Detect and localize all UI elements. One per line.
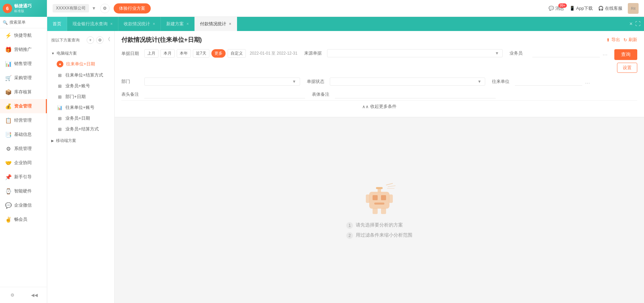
svg-rect-2 — [381, 195, 386, 200]
hardware-icon: ⌚ — [5, 188, 11, 194]
quick-nav-icon: ⚡ — [5, 32, 11, 38]
company-selector[interactable]: XXXXX有限公司 ▼ — [53, 4, 96, 12]
voucher-status-select[interactable]: ▼ — [330, 78, 486, 86]
sidebar-item-quick-nav[interactable]: ⚡ 快捷导航 — [0, 28, 47, 42]
refresh-btn[interactable]: ↻ 刷新 — [623, 37, 637, 43]
company-dropdown-icon[interactable]: ▼ — [92, 6, 96, 11]
mobile-scheme-section: ▶ 移动端方案 — [47, 136, 114, 146]
last-month-btn[interactable]: 上月 — [144, 49, 158, 58]
query-btn[interactable]: 查询 — [614, 49, 637, 60]
last-7days-btn[interactable]: 近7天 — [193, 49, 209, 58]
finance-icon: 💰 — [5, 103, 11, 109]
sidebar-item-system[interactable]: ⚙ 系统管理 — [0, 142, 47, 156]
desktop-section-title[interactable]: ▼ 电脑端方案 — [47, 49, 114, 58]
collapse-up-icon: ∧∧ — [362, 104, 369, 109]
svg-rect-8 — [373, 208, 378, 214]
topbar-settings-btn[interactable]: ⚙ — [100, 4, 110, 13]
sidebar-item-purchase[interactable]: 🛒 采购管理 — [0, 71, 47, 85]
dept-select[interactable]: ▼ — [144, 78, 300, 86]
table-head-note-input[interactable] — [144, 90, 305, 98]
tab-payment-stat-close[interactable]: × — [229, 22, 231, 26]
salesman-date-icon: ⊞ — [57, 115, 63, 121]
app-download-btn[interactable]: 📱 App下载 — [569, 5, 593, 11]
this-month-btn[interactable]: 本月 — [160, 49, 175, 58]
tab-collection-stat-close[interactable]: × — [153, 22, 155, 26]
sidebar-settings-btn[interactable]: ⚙ — [3, 291, 22, 300]
svg-rect-3 — [374, 203, 384, 205]
topbar: XXXXX有限公司 ▼ ⚙ 体验行业方案 💬 消息 99+ 📱 App下载 🎧 … — [47, 0, 644, 17]
sidebar-item-wechat[interactable]: 💬 企业微信 — [0, 198, 47, 212]
scheme-item-dept-date[interactable]: ⊞ 部门+日期 — [47, 91, 114, 102]
scheme-collapse-btn[interactable]: 《 — [106, 36, 110, 44]
purchase-icon: 🛒 — [5, 75, 11, 81]
source-voucher-label: 来源单据 — [304, 50, 324, 56]
export-btn[interactable]: ⬆ 导出 — [606, 37, 620, 43]
partner-dots[interactable]: ... — [585, 78, 590, 85]
sidebar-header: 6 畅捷通巧 标准版 — [0, 0, 47, 17]
scheme-item-partner-date[interactable]: ● 往来单位+日期 — [47, 58, 114, 70]
sidebar-item-operations[interactable]: 📋 经营管理 — [0, 113, 47, 127]
partner-input[interactable] — [515, 78, 582, 86]
sidebar-collapse-btn[interactable]: ◀◀ — [25, 291, 45, 300]
date-range-display: 2022-01-01 至 2022-12-31 — [250, 51, 297, 56]
tab-home[interactable]: 首页 — [47, 17, 67, 31]
collapse-more-btn[interactable]: ∧∧ 收起更多条件 — [121, 100, 637, 112]
table-body-note-input[interactable] — [335, 90, 496, 98]
customer-service-btn[interactable]: 🎧 在线客服 — [598, 5, 622, 11]
tab-maximize-btn[interactable]: ⛶ — [635, 21, 641, 27]
scheme-label: 按以下方案查询 — [51, 37, 80, 43]
user-avatar[interactable]: Rit — [628, 3, 639, 14]
dept-select-arrow: ▼ — [292, 79, 296, 84]
sidebar-item-marketing[interactable]: 🎁 营销推广 — [0, 42, 47, 57]
sidebar-item-sales[interactable]: 📊 销售管理 — [0, 57, 47, 71]
desktop-scheme-section: ▼ 电脑端方案 ● 往来单位+日期 ⊞ 往来单位+结算方式 ⊞ 业务员+账号 — [47, 49, 114, 134]
svg-line-11 — [388, 186, 396, 187]
table-head-note-label: 表头备注 — [121, 91, 142, 97]
tab-new-scheme[interactable]: 新建方案 × — [161, 17, 195, 31]
scheme-item-salesman-date[interactable]: ⊞ 业务员+日期 — [47, 113, 114, 124]
search-menu[interactable]: 🔍 搜索菜单 — [0, 17, 47, 28]
basic-info-icon: 📑 — [5, 131, 11, 138]
mobile-section-arrow: ▶ — [51, 139, 54, 143]
tab-collection-stat[interactable]: 收款情况统计 × — [118, 17, 161, 31]
page-title: 付款情况统计(往来单位+日期) — [121, 36, 202, 44]
guide-icon: 📌 — [5, 174, 11, 180]
scheme-item-partner-account[interactable]: 📊 往来单位+账号 — [47, 102, 114, 113]
sidebar-item-vip[interactable]: ✌ 畅会员 — [0, 212, 47, 226]
page-content: 按以下方案查询 + ⚙ 《 ▼ 电脑端方案 ● 往来单位+日期 — [47, 31, 644, 303]
empty-hints: 1 请先选择要分析的方案 2 用过滤条件来缩小分析范围 — [346, 222, 412, 239]
messages-btn[interactable]: 💬 消息 99+ — [549, 5, 564, 11]
trial-btn[interactable]: 体验行业方案 — [114, 3, 151, 13]
enterprise-icon: 🤝 — [5, 160, 11, 166]
sidebar-footer: ⚙ ◀◀ — [0, 287, 47, 303]
main-content: XXXXX有限公司 ▼ ⚙ 体验行业方案 💬 消息 99+ 📱 App下载 🎧 … — [47, 0, 644, 303]
scheme-item-partner-payment[interactable]: ⊞ 往来单位+结算方式 — [47, 70, 114, 81]
tab-bank-flow-close[interactable]: × — [110, 22, 113, 26]
mobile-section-title[interactable]: ▶ 移动端方案 — [47, 136, 114, 146]
salesman-dots[interactable]: ... — [603, 50, 608, 57]
salesman-input[interactable] — [532, 49, 600, 57]
custom-btn[interactable]: 自定义 — [228, 49, 246, 58]
refresh-icon: ↻ — [623, 37, 627, 42]
tab-bank-flow[interactable]: 现金银行流水查询 × — [67, 17, 118, 31]
wechat-icon: 💬 — [5, 202, 11, 208]
tab-close-all-btn[interactable]: × — [630, 21, 633, 27]
sidebar-item-guide[interactable]: 📌 新手引导 — [0, 170, 47, 184]
scheme-settings-btn[interactable]: ⚙ — [96, 36, 104, 44]
tab-payment-stat[interactable]: 付款情况统计 × — [195, 17, 237, 31]
sidebar-item-inventory[interactable]: 📦 库存核算 — [0, 85, 47, 99]
more-btn[interactable]: 更多 — [211, 49, 226, 58]
filter-settings-btn[interactable]: 设置 — [617, 63, 637, 73]
scheme-item-salesman-account[interactable]: ⊞ 业务员+账号 — [47, 81, 114, 91]
sidebar-item-finance[interactable]: 💰 资金管理 — [0, 99, 47, 113]
this-year-btn[interactable]: 本年 — [177, 49, 191, 58]
scheme-item-salesman-payment[interactable]: ⊞ 业务员+结算方式 — [47, 124, 114, 134]
sidebar-item-enterprise[interactable]: 🤝 企业协同 — [0, 156, 47, 170]
scheme-add-btn[interactable]: + — [87, 36, 94, 44]
tab-new-scheme-close[interactable]: × — [186, 22, 189, 26]
source-voucher-select[interactable]: ▼ — [327, 49, 503, 57]
service-icon: 🎧 — [598, 6, 604, 11]
partner-account-icon: 📊 — [57, 104, 63, 111]
sidebar-item-hardware[interactable]: ⌚ 智能硬件 — [0, 184, 47, 198]
sidebar-item-basic-info[interactable]: 📑 基础信息 — [0, 127, 47, 142]
